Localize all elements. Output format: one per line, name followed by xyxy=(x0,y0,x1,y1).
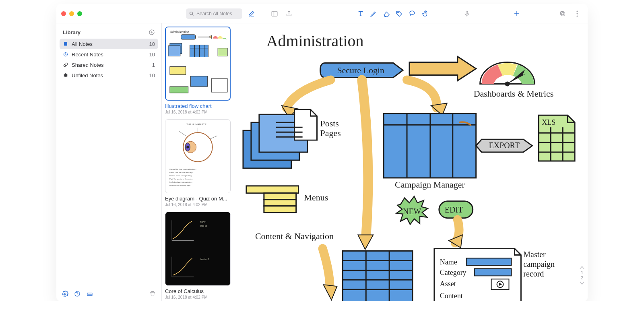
note-canvas[interactable]: Administration Secure Login Dashboards &… xyxy=(234,23,588,301)
sidebar-item-unfiled-notes[interactable]: Unfiled Notes 10 xyxy=(60,70,158,80)
svg-point-20 xyxy=(64,293,66,295)
sidebar-item-count: 1 xyxy=(152,62,155,68)
svg-rect-109 xyxy=(475,268,512,276)
svg-rect-31 xyxy=(181,35,196,39)
sidebar: Library All Notes 10 Recent Notes 10 xyxy=(56,23,162,301)
svg-rect-43 xyxy=(170,87,188,93)
more-button[interactable] xyxy=(572,8,583,19)
svg-text:Posts: Posts xyxy=(320,118,339,128)
note-item[interactable]: f(x)=x² ∫ f(x) dx lim Δx→0 Core of Calcu… xyxy=(165,212,231,299)
svg-text:Vitreous humor  Clear gel fill: Vitreous humor Clear gel filling... xyxy=(169,175,193,177)
stack-icon xyxy=(63,73,68,78)
page-indicator: 1 2 xyxy=(580,266,584,285)
svg-text:Category: Category xyxy=(440,268,466,277)
svg-text:f(x)=x²: f(x)=x² xyxy=(200,221,206,223)
notes-icon xyxy=(63,41,68,46)
clock-icon xyxy=(63,52,68,57)
main: Library All Notes 10 Recent Notes 10 xyxy=(56,23,588,301)
sidebar-item-count: 10 xyxy=(149,52,155,58)
svg-rect-10 xyxy=(561,12,565,16)
svg-rect-18 xyxy=(64,42,67,46)
note-date: Jul 16, 2018 at 4:02 PM xyxy=(165,295,231,299)
add-button[interactable] xyxy=(511,8,522,19)
window-controls xyxy=(61,11,82,16)
add-library-button[interactable] xyxy=(149,29,155,35)
text-tool-button[interactable] xyxy=(355,8,366,19)
trash-button[interactable] xyxy=(149,291,156,297)
svg-text:Pupil  The opening at the cent: Pupil The opening at the center... xyxy=(169,178,193,180)
note-date: Jul 16, 2018 at 4:02 PM xyxy=(165,202,231,207)
svg-point-65 xyxy=(505,81,510,86)
copy-button[interactable] xyxy=(557,8,568,19)
zoom-window-button[interactable] xyxy=(77,11,82,16)
svg-rect-59 xyxy=(165,212,230,286)
page-current: 1 xyxy=(581,270,583,275)
svg-rect-107 xyxy=(466,258,512,265)
note-thumbnail: THE HUMAN EYE Cornea This clear covering… xyxy=(165,119,231,193)
svg-rect-2 xyxy=(272,11,277,16)
keyboard-button[interactable] xyxy=(86,291,93,297)
page-next-button[interactable] xyxy=(580,281,584,285)
search-input[interactable]: Search All Notes xyxy=(186,8,242,19)
svg-rect-76 xyxy=(246,186,299,193)
svg-text:Dashboards & Metrics: Dashboards & Metrics xyxy=(474,89,554,99)
sidebar-item-count: 10 xyxy=(149,41,155,47)
svg-text:Master: Master xyxy=(523,250,546,259)
page-total: 2 xyxy=(581,276,583,280)
sidebar-item-label: Unfiled Notes xyxy=(72,72,103,78)
minimize-window-button[interactable] xyxy=(69,11,74,16)
svg-text:campaign: campaign xyxy=(523,260,555,269)
sidebar-item-all-notes[interactable]: All Notes 10 xyxy=(60,39,158,49)
compose-button[interactable] xyxy=(246,8,257,19)
svg-rect-41 xyxy=(191,76,208,87)
page-prev-button[interactable] xyxy=(580,266,584,270)
view-mode-button[interactable] xyxy=(269,8,280,19)
note-date: Jul 16, 2018 at 4:02 PM xyxy=(165,110,231,114)
note-thumbnail: f(x)=x² ∫ f(x) dx lim Δx→0 xyxy=(165,212,231,286)
svg-text:Pages: Pages xyxy=(320,128,341,138)
hand-tool-button[interactable] xyxy=(419,8,431,19)
note-item[interactable]: THE HUMAN EYE Cornea This clear covering… xyxy=(165,119,231,207)
note-thumbnail: Administration xyxy=(165,27,231,101)
svg-text:Secure Login: Secure Login xyxy=(337,66,384,76)
svg-point-49 xyxy=(186,146,189,148)
svg-text:EDIT: EDIT xyxy=(445,205,463,214)
svg-rect-99 xyxy=(343,251,413,301)
sidebar-footer xyxy=(56,286,161,301)
help-button[interactable] xyxy=(74,291,80,297)
note-title: Illustrated flow chart xyxy=(165,103,231,109)
eraser-tool-button[interactable] xyxy=(381,8,392,19)
svg-text:Retina  Lines the back of the : Retina Lines the back of the eye... xyxy=(169,171,194,173)
svg-text:lim Δx→0: lim Δx→0 xyxy=(200,258,209,260)
svg-rect-77 xyxy=(264,193,296,200)
notes-list[interactable]: Administration xyxy=(162,23,234,301)
sidebar-item-recent-notes[interactable]: Recent Notes 10 xyxy=(60,49,158,60)
tag-tool-button[interactable] xyxy=(394,8,405,19)
svg-text:Administration: Administration xyxy=(266,32,364,50)
svg-text:XLS: XLS xyxy=(542,118,555,126)
sidebar-item-count: 10 xyxy=(149,72,155,78)
link-icon xyxy=(63,62,68,67)
svg-point-4 xyxy=(398,12,398,12)
pencil-tool-button[interactable] xyxy=(368,8,379,19)
svg-text:Campaign Manager: Campaign Manager xyxy=(395,180,465,190)
toolbar: Search All Notes xyxy=(56,4,588,23)
svg-rect-78 xyxy=(264,200,296,206)
close-window-button[interactable] xyxy=(61,11,66,16)
microphone-button[interactable] xyxy=(461,8,473,19)
search-icon xyxy=(189,11,194,16)
svg-rect-39 xyxy=(218,48,227,56)
svg-text:THE HUMAN EYE: THE HUMAN EYE xyxy=(186,123,206,126)
share-button[interactable] xyxy=(283,8,295,19)
svg-text:Administration: Administration xyxy=(170,30,189,34)
settings-button[interactable] xyxy=(62,291,68,297)
svg-text:Content & Navigation: Content & Navigation xyxy=(255,231,334,241)
svg-text:Content: Content xyxy=(440,292,463,300)
lasso-tool-button[interactable] xyxy=(407,8,418,19)
library-title: Library xyxy=(63,29,80,35)
svg-text:Name: Name xyxy=(440,258,457,266)
svg-text:Lens  Focuses incoming light..: Lens Focuses incoming light... xyxy=(169,184,191,186)
sidebar-item-shared-notes[interactable]: Shared Notes 1 xyxy=(60,60,158,70)
canvas-drawing: Administration Secure Login Dashboards &… xyxy=(234,23,588,301)
note-item[interactable]: Administration xyxy=(165,27,231,114)
